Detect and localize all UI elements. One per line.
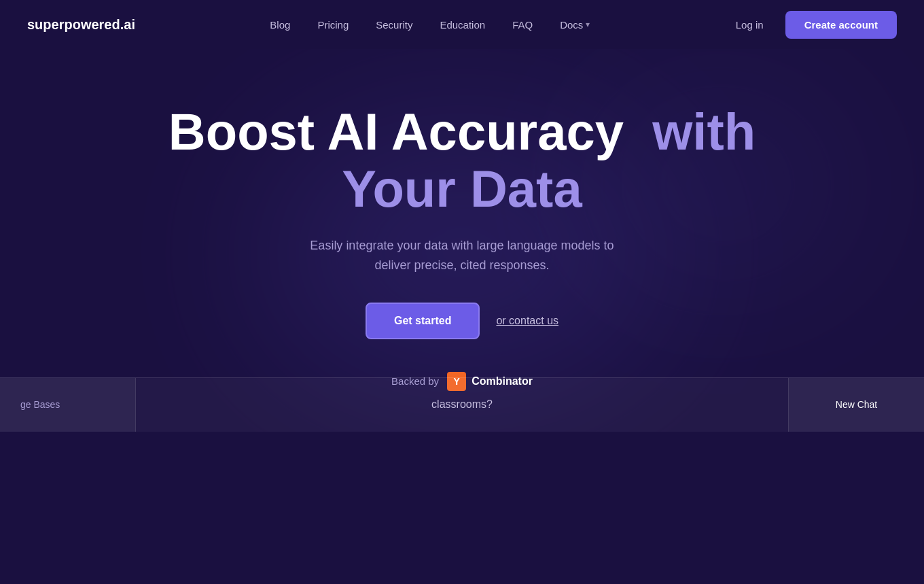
contact-link[interactable]: or contact us [496, 315, 558, 327]
hero-section: Boost AI Accuracy with Your Data Easily … [0, 49, 924, 432]
bottom-preview-strip: ge Bases classrooms? New Chat [0, 377, 924, 432]
nav-faq[interactable]: FAQ [501, 14, 544, 36]
bottom-left-label: ge Bases [0, 378, 136, 432]
nav-right-actions: Log in Create account [725, 11, 897, 39]
login-link[interactable]: Log in [725, 14, 775, 36]
chevron-down-icon: ▾ [586, 20, 590, 29]
nav-docs[interactable]: Docs ▾ [549, 14, 601, 36]
hero-subtitle: Easily integrate your data with large la… [292, 236, 632, 275]
nav-pricing[interactable]: Pricing [306, 14, 359, 36]
brand-logo[interactable]: superpowered.ai [27, 17, 135, 33]
hero-title: Boost AI Accuracy with Your Data [156, 103, 768, 217]
bottom-new-chat-button[interactable]: New Chat [788, 378, 924, 432]
docs-label: Docs [560, 19, 583, 31]
nav-security[interactable]: Security [365, 14, 423, 36]
create-account-button[interactable]: Create account [785, 11, 897, 39]
bottom-center-label: classrooms? [136, 378, 788, 432]
get-started-button[interactable]: Get started [366, 303, 480, 339]
navigation: superpowered.ai Blog Pricing Security Ed… [0, 0, 924, 49]
nav-blog[interactable]: Blog [259, 14, 301, 36]
hero-title-part1: Boost AI Accuracy [168, 103, 624, 160]
hero-cta-group: Get started or contact us [366, 303, 558, 339]
nav-links: Blog Pricing Security Education FAQ Docs… [259, 14, 601, 36]
nav-education[interactable]: Education [429, 14, 496, 36]
